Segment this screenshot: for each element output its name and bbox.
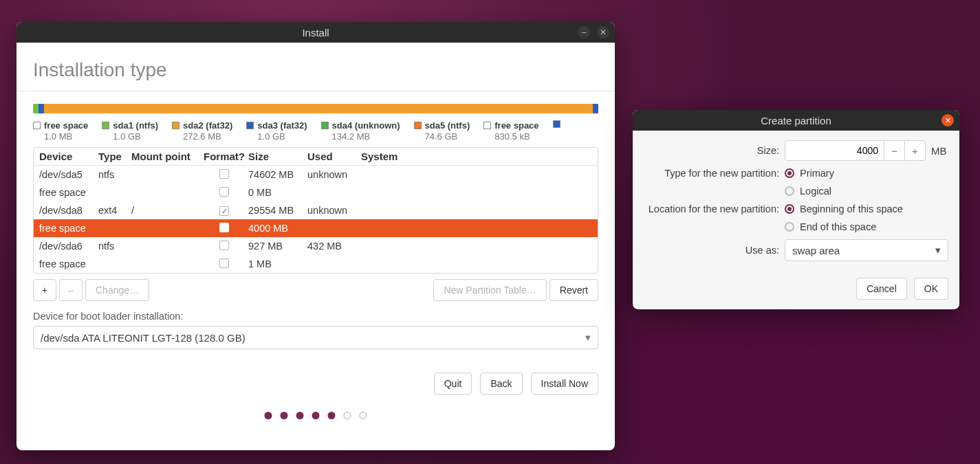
legend-item: sda4 (unknown)134.2 MB: [321, 120, 400, 142]
legend-item: free space830.5 kB: [483, 120, 538, 142]
type-logical-radio[interactable]: Logical: [785, 186, 831, 197]
dialog-close-button[interactable]: ✕: [941, 114, 954, 126]
dialog-title: Create partition: [761, 115, 831, 126]
table-row[interactable]: /dev/sda8ext4/✓29554 MBunknown: [34, 201, 598, 219]
legend-item: sda5 (ntfs)74.6 GB: [414, 120, 470, 142]
format-checkbox[interactable]: [219, 169, 229, 179]
dialog-body: Size: − + MB Type for the new partition:…: [633, 131, 959, 278]
progress-dot: [328, 412, 336, 419]
size-label: Size:: [644, 145, 785, 156]
swatch-icon: [483, 122, 491, 129]
type-logical-label: Logical: [800, 186, 831, 197]
useas-label: Use as:: [644, 245, 785, 256]
progress-dots: [265, 412, 367, 419]
close-icon: ✕: [600, 28, 607, 36]
format-checkbox[interactable]: [219, 187, 229, 197]
bootloader-label: Device for boot loader installation:: [33, 311, 598, 322]
table-row[interactable]: /dev/sda6ntfs927 MB432 MB: [34, 237, 598, 255]
radio-icon: [785, 204, 794, 214]
swatch-icon: [553, 120, 560, 128]
size-minus-button[interactable]: −: [884, 140, 905, 161]
window-title: Install: [302, 27, 329, 38]
revert-button[interactable]: Revert: [549, 279, 598, 301]
chevron-down-icon: ▾: [935, 244, 941, 256]
format-checkbox[interactable]: [219, 258, 229, 268]
bootloader-select[interactable]: /dev/sda ATA LITEONIT LGT-128 (128.0 GB)…: [33, 326, 598, 349]
useas-value: swap area: [792, 245, 840, 256]
table-row[interactable]: free space1 MB: [34, 255, 598, 273]
add-partition-button[interactable]: +: [33, 279, 56, 301]
close-icon: ✕: [945, 116, 951, 125]
bootloader-value: /dev/sda ATA LITEONIT LGT-128 (128.0 GB): [41, 332, 246, 344]
ok-button[interactable]: OK: [914, 278, 948, 300]
progress-dot: [296, 412, 304, 419]
progress-dot: [312, 412, 320, 419]
type-primary-radio[interactable]: Primary: [785, 168, 834, 179]
change-partition-button[interactable]: Change…: [85, 279, 149, 301]
col-used: Used: [307, 151, 361, 162]
minimize-button[interactable]: –: [578, 26, 590, 38]
legend-item: [553, 120, 564, 142]
remove-partition-button[interactable]: –: [59, 279, 83, 301]
location-end-label: End of this space: [800, 221, 876, 232]
size-input[interactable]: [785, 140, 884, 161]
progress-dot: [265, 412, 272, 419]
progress-dot: [360, 412, 367, 419]
location-begin-label: Beginning of this space: [800, 203, 903, 214]
col-device: Device: [36, 151, 98, 162]
radio-icon: [785, 186, 794, 196]
useas-select[interactable]: swap area ▾: [785, 239, 948, 261]
chevron-down-icon: ▾: [585, 331, 591, 344]
swatch-icon: [414, 122, 422, 129]
install-footer: Quit Back Install Now: [33, 373, 598, 395]
swatch-icon: [172, 122, 179, 129]
legend-item: sda3 (fat32)1.0 GB: [246, 120, 307, 142]
radio-icon: [785, 168, 794, 178]
format-checkbox[interactable]: ✓: [219, 206, 229, 216]
titlebar: Install – ✕: [17, 22, 615, 43]
new-partition-table-button[interactable]: New Partition Table…: [433, 279, 546, 301]
swatch-icon: [321, 122, 329, 129]
col-size: Size: [248, 151, 307, 162]
table-header: Device Type Mount point Format? Size Use…: [34, 148, 598, 166]
col-mount: Mount point: [131, 151, 200, 162]
swatch-icon: [102, 122, 109, 129]
location-end-radio[interactable]: End of this space: [785, 221, 876, 232]
partition-bar-wrap: [17, 91, 615, 116]
format-checkbox[interactable]: [219, 223, 229, 232]
partition-table[interactable]: Device Type Mount point Format? Size Use…: [33, 147, 598, 274]
page-title: Installation type: [17, 43, 615, 91]
close-button[interactable]: ✕: [597, 26, 609, 38]
type-label: Type for the new partition:: [644, 168, 785, 179]
quit-button[interactable]: Quit: [434, 373, 472, 395]
back-button[interactable]: Back: [480, 373, 522, 395]
legend-item: sda2 (fat32)272.6 MB: [172, 120, 232, 142]
format-checkbox[interactable]: [219, 241, 229, 250]
partition-legend: free space1.0 MBsda1 (ntfs)1.0 GBsda2 (f…: [17, 116, 615, 142]
type-primary-label: Primary: [800, 168, 834, 179]
size-plus-button[interactable]: +: [905, 140, 926, 161]
swatch-icon: [33, 122, 41, 129]
dialog-footer: Cancel OK: [633, 278, 959, 309]
partition-toolbar: + – Change… New Partition Table… Revert: [33, 279, 598, 301]
cancel-button[interactable]: Cancel: [856, 278, 907, 300]
location-begin-radio[interactable]: Beginning of this space: [785, 203, 903, 214]
location-label: Location for the new partition:: [644, 203, 785, 214]
legend-item: free space1.0 MB: [33, 120, 88, 142]
dialog-titlebar: Create partition ✕: [633, 110, 959, 131]
col-type: Type: [98, 151, 131, 162]
progress-dot: [344, 412, 351, 419]
size-unit: MB: [931, 145, 947, 157]
table-row[interactable]: free space0 MB: [34, 184, 598, 201]
partition-bar: [33, 104, 598, 113]
table-row[interactable]: /dev/sda5ntfs74602 MBunknown: [34, 166, 598, 184]
radio-icon: [785, 222, 794, 232]
progress-dot: [281, 412, 288, 419]
col-system: System: [361, 151, 595, 162]
install-window: Install – ✕ Installation type free space…: [17, 22, 615, 450]
install-now-button[interactable]: Install Now: [531, 373, 598, 395]
legend-item: sda1 (ntfs)1.0 GB: [102, 120, 158, 142]
swatch-icon: [246, 122, 254, 129]
create-partition-dialog: Create partition ✕ Size: − + MB Type for…: [633, 110, 959, 309]
table-row[interactable]: free space4000 MB: [34, 219, 598, 237]
